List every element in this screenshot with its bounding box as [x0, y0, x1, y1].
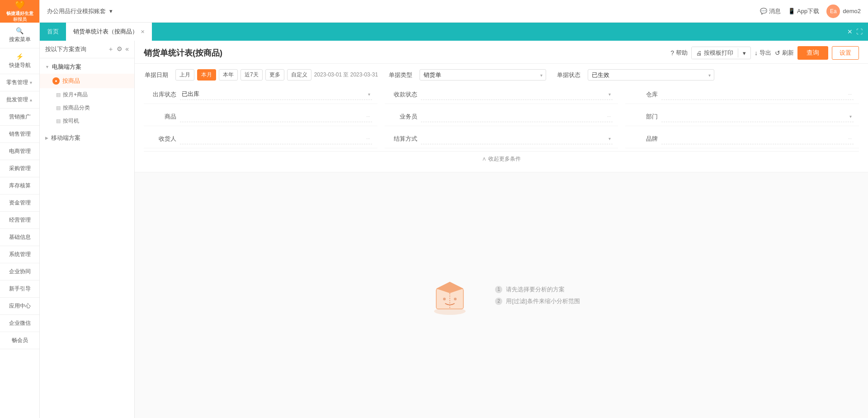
- sidebar-item-wholesale[interactable]: 批发管理 ▲: [0, 91, 39, 109]
- refresh-btn[interactable]: ↺ 刷新: [775, 49, 794, 57]
- content-wrapper: 按以下方案查询 ＋ ⚙ « ▼ 电脑端方案 ● 按商品 ▤ 按月: [40, 41, 868, 418]
- scheme-item-by-goods[interactable]: ● 按商品: [40, 74, 134, 88]
- retail-expand-icon: ▼: [29, 81, 33, 85]
- print-btn[interactable]: 🖨 按模板打印: [692, 47, 738, 59]
- user-info[interactable]: Ea demo2: [826, 5, 861, 18]
- help-icon: ?: [670, 49, 674, 57]
- filter-cell-salesman: 业务员 ···: [385, 108, 618, 126]
- sidebar-item-retail[interactable]: 零售管理 ▼: [0, 74, 39, 91]
- warehouse-select[interactable]: ···: [661, 89, 854, 100]
- tab-sales-stats[interactable]: 销货单统计表（按商品） ✕: [66, 23, 152, 41]
- mobile-scheme-group-title[interactable]: ▶ 移动端方案: [40, 131, 134, 145]
- sidebar-item-guide[interactable]: 新手引导: [0, 280, 39, 298]
- doc-status-select[interactable]: 已生效: [588, 69, 714, 81]
- scheme-sub-month-goods[interactable]: ▤ 按月+商品: [40, 88, 134, 101]
- settle-chevron: ▾: [609, 136, 611, 141]
- date-btn-custom[interactable]: 自定义: [287, 69, 311, 81]
- filter-cell-settle: 结算方式 ▾: [385, 130, 618, 148]
- sidebar-item-enterprise[interactable]: 企业协同: [0, 263, 39, 280]
- panel-add-icon[interactable]: ＋: [108, 45, 114, 53]
- sub-icon-driver: ▤: [56, 118, 61, 124]
- sidebar-item-wechat[interactable]: 企业微信: [0, 315, 39, 332]
- scheme-by-goods-label: 按商品: [62, 77, 80, 85]
- print-dropdown-btn[interactable]: ▾: [738, 48, 750, 58]
- workspace-label: 办公用品行业模拟账套: [47, 7, 106, 15]
- app-logo[interactable]: 🧡 畅捷通好生意 标报员: [0, 0, 39, 23]
- tab-window-close-btn[interactable]: ✕: [847, 28, 853, 35]
- hint-text-2: 用[过滤]条件来缩小分析范围: [506, 297, 580, 305]
- sidebar-item-quicknav[interactable]: ⚡ 快捷导航: [0, 48, 39, 74]
- help-btn[interactable]: ? 帮助: [670, 49, 688, 57]
- pc-scheme-group-title[interactable]: ▼ 电脑端方案: [40, 60, 134, 74]
- filter-row-4: 收货人 ··· 结算方式 ▾ 品牌: [144, 130, 859, 148]
- sidebar-item-inventory[interactable]: 库存核算: [0, 177, 39, 195]
- sidebar-item-search[interactable]: 🔍 搜索菜单: [0, 23, 39, 48]
- print-icon: 🖨: [696, 50, 702, 57]
- settings-btn[interactable]: 设置: [832, 46, 859, 60]
- doc-type-select[interactable]: 销货单: [420, 69, 546, 81]
- receipt-status-label: 收款状态: [390, 90, 417, 99]
- receipt-status-select[interactable]: ▾: [421, 89, 613, 100]
- panel-icon-buttons: ＋ ⚙ «: [108, 45, 129, 53]
- workspace-selector[interactable]: 办公用品行业模拟账套 ▾: [47, 7, 113, 15]
- filter-cell-receiptstatus: 收款状态 ▾: [385, 85, 618, 104]
- panel-settings-icon[interactable]: ⚙: [117, 45, 123, 53]
- sidebar-item-ecommerce[interactable]: 电商管理: [0, 143, 39, 160]
- goods-select[interactable]: ···: [180, 111, 372, 122]
- out-status-chevron: ▾: [368, 92, 370, 97]
- export-btn[interactable]: ↓ 导出: [755, 49, 771, 57]
- date-btn-thisyear[interactable]: 本年: [219, 69, 238, 81]
- filter-row-3: 商品 ··· 业务员 ··· 部门: [144, 108, 859, 126]
- settle-select[interactable]: ▾: [421, 133, 613, 144]
- sidebar-item-basic[interactable]: 基础信息: [0, 229, 39, 246]
- sidebar-item-system[interactable]: 系统管理: [0, 246, 39, 263]
- salesman-dots: ···: [607, 114, 611, 119]
- goods-dots: ···: [366, 114, 370, 119]
- sidebar-item-finance[interactable]: 资金管理: [0, 195, 39, 212]
- out-status-select[interactable]: 已出库 ▾: [180, 89, 372, 100]
- app-download-btn[interactable]: 📱 App下载: [788, 7, 819, 15]
- sidebar-item-operations[interactable]: 经营管理: [0, 212, 39, 229]
- filter-cell-goods: 商品 ···: [144, 108, 377, 126]
- message-btn[interactable]: 💬 消息: [760, 7, 781, 15]
- filter-row-1: 单据日期 上月 本月 本年 近7天 更多 自定义 2023-03-01 至 20…: [144, 69, 859, 81]
- tab-home[interactable]: 首页: [40, 23, 66, 41]
- page-actions: ? 帮助 🖨 按模板打印 ▾ ↓: [670, 46, 859, 60]
- out-status-value: 已出库: [182, 90, 199, 98]
- date-btn-lastmonth[interactable]: 上月: [175, 69, 194, 81]
- sidebar-item-marketing[interactable]: 营销推广: [0, 109, 39, 126]
- sidebar-item-member[interactable]: 畅会员: [0, 332, 39, 349]
- pc-group-expand-icon: ▼: [45, 65, 49, 69]
- department-select[interactable]: ▾: [661, 111, 854, 122]
- date-btn-more[interactable]: 更多: [265, 69, 284, 81]
- tab-window-maximize-btn[interactable]: ⛶: [856, 28, 863, 35]
- doc-type-select-wrap: 销货单 ▾: [420, 69, 546, 81]
- sidebar-item-sales[interactable]: 销售管理: [0, 126, 39, 143]
- brand-dots: ···: [848, 136, 852, 141]
- date-btn-7days[interactable]: 近7天: [241, 69, 263, 81]
- refresh-label: 刷新: [782, 49, 794, 57]
- sidebar-item-purchase[interactable]: 采购管理: [0, 160, 39, 177]
- header-actions: 💬 消息 📱 App下载 Ea demo2: [760, 5, 861, 18]
- scheme-sub-driver[interactable]: ▤ 按司机: [40, 114, 134, 128]
- salesman-select[interactable]: ···: [421, 111, 613, 122]
- tab-home-label: 首页: [47, 28, 59, 36]
- sidebar-item-appcenter[interactable]: 应用中心: [0, 298, 39, 315]
- scheme-sub-driver-label: 按司机: [63, 117, 79, 125]
- mobile-scheme-group: ▶ 移动端方案: [40, 129, 134, 147]
- scheme-sub-goods-category[interactable]: ▤ 按商品分类: [40, 101, 134, 114]
- data-area: 1 请先选择要分析的方案 2 用[过滤]条件来缩小分析范围: [135, 172, 868, 418]
- pc-scheme-group: ▼ 电脑端方案 ● 按商品 ▤ 按月+商品 ▤ 按商品分类 ▤ 按司机: [40, 58, 134, 129]
- hint-num-2: 2: [495, 298, 502, 305]
- date-btn-thismonth[interactable]: 本月: [197, 69, 216, 81]
- tab-close-icon[interactable]: ✕: [141, 29, 145, 35]
- panel-collapse-icon[interactable]: «: [125, 45, 129, 53]
- left-panel: 按以下方案查询 ＋ ⚙ « ▼ 电脑端方案 ● 按商品 ▤ 按月: [40, 41, 135, 418]
- salesman-label: 业务员: [390, 113, 417, 121]
- logo-text: 畅捷通好生意: [6, 11, 33, 16]
- collapse-bar[interactable]: ∧ 收起更多条件: [144, 151, 859, 166]
- query-btn[interactable]: 查询: [797, 46, 828, 60]
- receiver-select[interactable]: ···: [180, 133, 372, 144]
- brand-select[interactable]: ···: [661, 133, 854, 144]
- main-area: 办公用品行业模拟账套 ▾ 💬 消息 📱 App下载 Ea demo2 首页: [40, 0, 868, 418]
